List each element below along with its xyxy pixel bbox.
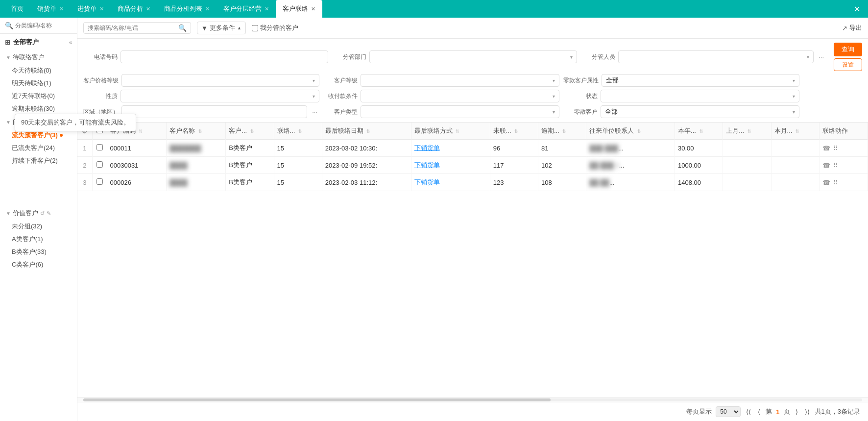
filter-scatter-label: 零散客户	[563, 108, 598, 116]
sidebar-item-tomorrow-pending[interactable]: 明天待联络(1)	[0, 77, 77, 90]
sidebar-search-input[interactable]	[15, 22, 72, 29]
main-search-input[interactable]	[88, 25, 178, 31]
filter-retail-prop-select[interactable]: 全部 ▾	[602, 74, 799, 87]
page-nav-next[interactable]: ⟩	[794, 408, 799, 416]
edit-icon[interactable]: ✎	[47, 210, 51, 217]
row-last-type-3[interactable]: 下销货单	[411, 174, 490, 191]
row-last-type-2[interactable]: 下销货单	[411, 157, 490, 174]
h-scrollbar-thumb[interactable]	[83, 398, 551, 401]
sidebar-item-today-pending[interactable]: 今天待联络(0)	[0, 64, 77, 77]
page-size-select[interactable]: 50 100 200	[716, 406, 741, 417]
sidebar-item-c-class[interactable]: C类客户(6)	[0, 258, 77, 271]
sidebar-item-churned[interactable]: 已流失客户(24)	[0, 142, 77, 154]
sidebar-group-value[interactable]: ▼ 价值客户 ↺ ✎	[0, 206, 77, 220]
col-contact-num[interactable]: 联络... ⇅	[274, 123, 322, 140]
col-type[interactable]: 客户... ⇅	[226, 123, 274, 140]
col-last-contact-date[interactable]: 最后联络日期 ⇅	[322, 123, 411, 140]
tab-close-customer-tier[interactable]: ✕	[265, 6, 269, 12]
sidebar-item-unclassified[interactable]: 未分组(32)	[0, 220, 77, 233]
row-this-month-3	[771, 174, 819, 191]
action-contact-icon-1[interactable]: ☎	[822, 145, 830, 152]
filter-cust-grade-field: 客户等级 ▾	[323, 74, 559, 87]
col-name[interactable]: 客户名称 ⇅	[166, 123, 225, 140]
row-last-month-2	[723, 157, 771, 174]
tab-close-purchase-order[interactable]: ✕	[99, 6, 104, 12]
sidebar-item-a-class[interactable]: A类客户(1)	[0, 233, 77, 246]
main-search-icon[interactable]: 🔍	[178, 24, 187, 32]
export-btn[interactable]: ↗ 导出	[842, 24, 862, 32]
sort-icon-overdue: ⇅	[562, 129, 566, 134]
window-close-button[interactable]: ✕	[850, 4, 864, 14]
action-contact-icon-3[interactable]: ☎	[822, 179, 830, 186]
tab-purchase-order[interactable]: 进货单 ✕	[71, 0, 111, 18]
filter-price-grade-select[interactable]: ▾	[121, 74, 319, 87]
tab-customer-tier[interactable]: 客户分层经营 ✕	[217, 0, 276, 18]
filter-cust-type-select[interactable]: ▾	[361, 105, 559, 118]
settings-button[interactable]: 设置	[834, 58, 862, 71]
col-last-month[interactable]: 上月... ⇅	[723, 123, 771, 140]
row-this-month-2	[771, 157, 819, 174]
row-checkbox-3[interactable]	[92, 174, 107, 191]
row-overdue-3: 108	[538, 174, 586, 191]
filter-payment-select[interactable]: ▾	[361, 90, 559, 102]
col-contact-person[interactable]: 往来单位联系人 ⇅	[586, 123, 675, 140]
filter-nature-select[interactable]: ▾	[121, 90, 319, 102]
tab-sales-order[interactable]: 销货单 ✕	[30, 0, 71, 18]
my-customers-checkbox[interactable]	[252, 25, 258, 31]
filter-scatter-select[interactable]: 全部 ▾	[601, 105, 799, 118]
filter-person-more[interactable]: ···	[817, 53, 826, 61]
sidebar-group-pending[interactable]: ▼ 待联络客户	[0, 50, 77, 64]
action-contact-icon-2[interactable]: ☎	[822, 162, 830, 169]
h-scrollbar-track	[83, 398, 862, 401]
filter-status-select[interactable]: ▾	[601, 90, 799, 102]
action-more-icon-1[interactable]: ⠿	[833, 145, 838, 152]
sidebar-item-b-class[interactable]: B类客户(33)	[0, 246, 77, 258]
tab-close-product-analysis[interactable]: ✕	[146, 6, 150, 12]
tab-product-list[interactable]: 商品分析列表 ✕	[157, 0, 217, 18]
row-last-type-1[interactable]: 下销货单	[411, 140, 490, 157]
col-overdue[interactable]: 逾期... ⇅	[538, 123, 586, 140]
filter-status-label: 状态	[563, 92, 598, 100]
tab-bar: 首页 销货单 ✕ 进货单 ✕ 商品分析 ✕ 商品分析列表 ✕ 客户分层经营 ✕ …	[0, 0, 868, 18]
page-nav-first[interactable]: ⟨⟨	[745, 408, 752, 416]
filter-retail-prop-field: 零款客户属性 全部 ▾	[563, 74, 799, 87]
refresh-icon[interactable]: ↺	[40, 210, 45, 217]
page-nav-last[interactable]: ⟩⟩	[803, 408, 811, 416]
filter-person-select[interactable]: ▾	[618, 50, 814, 63]
col-last-contact-type[interactable]: 最后联络方式 ⇅	[411, 123, 490, 140]
tab-product-analysis[interactable]: 商品分析 ✕	[111, 0, 157, 18]
row-name-2: ████	[166, 157, 225, 174]
tab-close-product-list[interactable]: ✕	[205, 6, 210, 12]
row-checkbox-1[interactable]	[92, 140, 107, 157]
sidebar-item-declining[interactable]: 持续下滑客户(2)	[0, 154, 77, 167]
sidebar-search-area: 🔍	[0, 18, 77, 34]
more-conditions-btn[interactable]: ▼ 更多条件 ▲	[197, 22, 246, 34]
sidebar-search-icon: 🔍	[5, 22, 13, 29]
filter-phone-input[interactable]	[121, 50, 328, 63]
sort-icon-contact-num: ⇅	[298, 129, 302, 134]
sidebar-all-customers[interactable]: ⊞ 全部客户 «	[0, 34, 77, 50]
sidebar-item-7day-pending[interactable]: 近7天待联络(0)	[0, 90, 77, 102]
query-button[interactable]: 查询	[834, 43, 862, 56]
filter-cust-grade-select[interactable]: ▾	[361, 74, 559, 87]
action-more-icon-3[interactable]: ⠿	[833, 179, 838, 186]
action-more-icon-2[interactable]: ⠿	[833, 162, 838, 169]
tab-customer-contact[interactable]: 客户联络 ✕	[276, 0, 322, 18]
filter-region-more[interactable]: ···	[310, 108, 319, 116]
arrow-icon-3: ▼	[6, 211, 11, 216]
col-un-contact[interactable]: 未联... ⇅	[490, 123, 538, 140]
filter-region-select[interactable]	[121, 105, 307, 118]
col-this-year[interactable]: 本年... ⇅	[675, 123, 723, 140]
chevron-down-icon-payment: ▾	[553, 94, 555, 99]
my-customers-label[interactable]: 我分管的客户	[252, 24, 298, 32]
tab-close-customer-contact[interactable]: ✕	[311, 6, 315, 12]
page-nav-prev[interactable]: ⟨	[756, 408, 762, 416]
filter-dept-select[interactable]: ▾	[369, 50, 577, 63]
tab-close-sales-order[interactable]: ✕	[59, 6, 64, 12]
filter-cust-type-label: 客户类型	[323, 108, 358, 116]
col-this-month[interactable]: 本月... ⇅	[771, 123, 819, 140]
tab-home[interactable]: 首页	[4, 0, 30, 18]
filter-icon: ▼	[201, 25, 208, 32]
filter-row-1: 电话号码 分管部门 ▾ 分管人员 ▾ ···	[83, 43, 862, 71]
row-checkbox-2[interactable]	[92, 157, 107, 174]
